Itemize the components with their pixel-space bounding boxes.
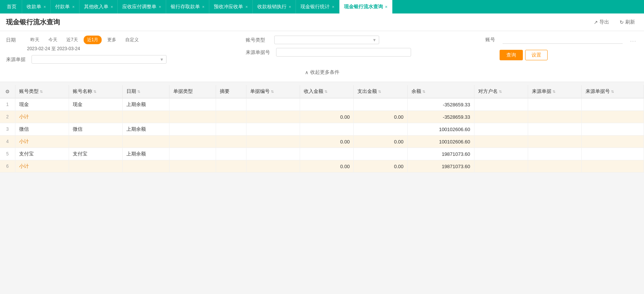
counterparty-cell [474,136,528,148]
date-cell [123,111,170,123]
date-btn-更多[interactable]: 更多 [104,36,120,44]
nav-tab-现金银行统计[interactable]: 现金银行统计× [296,0,339,13]
sort-icon: ⇅ [324,90,327,94]
filter-source-row: 来源单据 ▾ [6,55,240,64]
date-cell [123,160,170,173]
sort-icon: ⇅ [271,90,274,94]
close-icon[interactable]: × [245,4,248,9]
account-name-cell: 支付宝 [69,148,122,160]
source-doc-no-cell [582,136,644,148]
nav-tab-收款核销执行[interactable]: 收款核销执行× [253,0,296,13]
filter-date-row: 日期 昨天今天近7天近1月更多自定义 [6,36,240,44]
col-header-income[interactable]: 收入金额⇅ [300,85,354,98]
source-doc-chevron-icon: ▾ [161,57,163,62]
collapse-bar[interactable]: ∧ 收起更多条件 [6,67,638,77]
account-label: 账号 [485,36,497,43]
close-icon[interactable]: × [111,4,113,9]
source-doc-cell [528,148,581,160]
export-button[interactable]: ↗ 导出 [591,17,612,27]
source-doc-label: 来源单据 [6,56,26,63]
nav-tab-付款单[interactable]: 付款单× [51,0,79,13]
date-btn-近7天[interactable]: 近7天 [63,36,81,44]
col-header-doc_no[interactable]: 单据编号⇅ [246,85,300,98]
col-header-date[interactable]: 日期⇅ [123,85,170,98]
sort-icon: ⇅ [611,90,614,94]
nav-tab-预收冲应收单[interactable]: 预收冲应收单× [209,0,252,13]
close-icon[interactable]: × [159,4,161,9]
col-header-balance[interactable]: 余额⇅ [407,85,474,98]
nav-tab-银行存取款单[interactable]: 银行存取款单× [166,0,209,13]
source-doc-cell [528,111,581,123]
account-type-cell: 小计 [15,111,69,123]
account-no-input[interactable] [503,36,623,44]
close-icon[interactable]: × [332,4,334,9]
counterparty-cell [474,148,528,160]
query-button[interactable]: 查询 [500,50,523,60]
sort-icon: ⇅ [422,90,425,94]
close-icon[interactable]: × [385,4,387,9]
date-btn-近1月[interactable]: 近1月 [84,36,102,44]
source-doc-no-cell [582,123,644,136]
close-icon[interactable]: × [289,4,291,9]
nav-tab-收款单[interactable]: 收款单× [22,0,51,13]
col-header-counterparty[interactable]: 对方户名⇅ [474,85,528,98]
col-header-source_doc_no[interactable]: 来源单据号⇅ [582,85,644,98]
refresh-button[interactable]: ↻ 刷新 [617,17,638,27]
gear-icon[interactable]: ⚙ [5,89,10,94]
close-icon[interactable]: × [44,4,46,9]
row-num: 4 [0,136,15,148]
account-name-cell [69,160,122,173]
filter-main-row: 日期 昨天今天近7天近1月更多自定义 2023-02-24 至 2023-03-… [6,36,638,67]
col-header-summary: 摘要 [216,85,246,98]
row-num: 2 [0,111,15,123]
table-row: 2小计0.000.00-3528659.33 [0,111,644,123]
settings-button[interactable]: 设置 [525,50,548,60]
filter-left: 日期 昨天今天近7天近1月更多自定义 2023-02-24 至 2023-03-… [6,36,240,67]
balance-cell: 19871073.60 [407,148,474,160]
export-icon: ↗ [594,19,598,25]
date-btn-自定义[interactable]: 自定义 [122,36,142,44]
sort-icon: ⇅ [499,90,502,94]
doc-no-cell [246,98,300,111]
nav-tab-现金银行流水查询[interactable]: 现金银行流水查询× [339,0,392,13]
doc-type-cell [169,160,216,173]
source-doc-no-input[interactable] [276,48,411,57]
close-icon[interactable]: × [72,4,74,9]
filter-right: 账号 ... 查询 设置 [485,36,638,60]
account-type-select[interactable]: ▾ [274,36,379,44]
top-nav: 首页 收款单×付款单×其他收入单×应收应付调整单×银行存取款单×预收冲应收单×收… [0,0,644,13]
nav-home[interactable]: 首页 [2,0,22,13]
col-header-account_name[interactable]: 账号名称⇅ [69,85,122,98]
expense-cell [354,98,407,111]
account-more-button[interactable]: ... [629,37,638,43]
balance-cell: -3528659.33 [407,98,474,111]
summary-cell [216,136,246,148]
table-row: 5支付宝支付宝上期余额19871073.60 [0,148,644,160]
doc-type-cell [169,136,216,148]
expense-cell: 0.00 [354,136,407,148]
row-num: 1 [0,98,15,111]
close-icon[interactable]: × [202,4,204,9]
income-cell: 0.00 [300,160,354,173]
account-type-cell: 现金 [15,98,69,111]
collapse-up-icon: ∧ [305,70,309,75]
doc-type-cell [169,98,216,111]
source-doc-no-cell [582,160,644,173]
col-header-expense[interactable]: 支出金额⇅ [354,85,407,98]
date-cell: 上期余额 [123,148,170,160]
table-body: 1现金现金上期余额-3528659.332小计0.000.00-3528659.… [0,98,644,173]
income-cell: 0.00 [300,136,354,148]
account-name-cell: 微信 [69,123,122,136]
page-title: 现金银行流水查询 [6,18,60,27]
date-btn-今天[interactable]: 今天 [45,36,61,44]
nav-tab-其他收入单[interactable]: 其他收入单× [80,0,118,13]
counterparty-cell [474,123,528,136]
col-header-source_doc[interactable]: 来源单据⇅ [528,85,581,98]
date-btn-昨天[interactable]: 昨天 [27,36,43,44]
filter-source-docno-row: 来源单据号 [246,48,479,57]
source-doc-select[interactable]: ▾ [32,55,167,64]
nav-tab-应收应付调整单[interactable]: 应收应付调整单× [118,0,166,13]
income-cell [300,148,354,160]
source-doc-cell [528,98,581,111]
col-header-account_type[interactable]: 账号类型⇅ [15,85,69,98]
